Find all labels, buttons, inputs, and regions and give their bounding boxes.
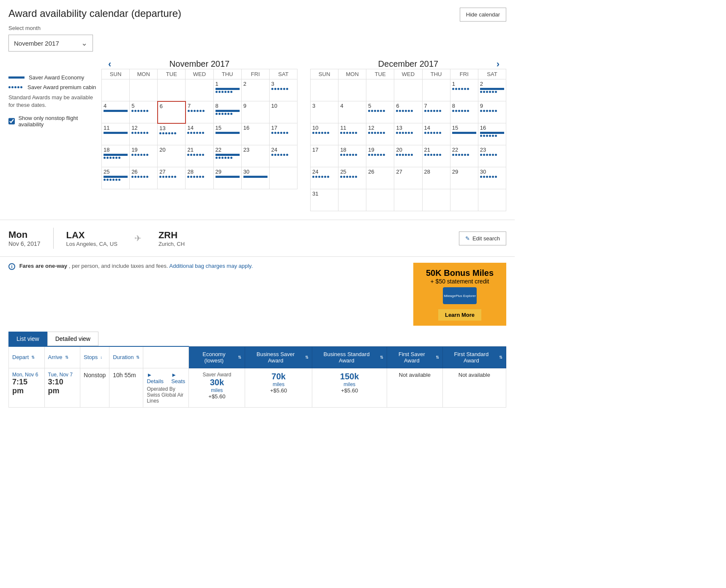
availability-dot	[159, 132, 161, 134]
calendar-cell[interactable]: 23	[241, 145, 269, 167]
availability-dot	[168, 132, 170, 134]
prev-month-button[interactable]: ‹	[101, 59, 118, 70]
calendar-cell[interactable]: 10	[269, 101, 297, 123]
col-depart-header[interactable]: Depart ⇅	[9, 346, 45, 368]
calendar-cell[interactable]: 3	[311, 101, 338, 123]
nonstop-checkbox-wrapper[interactable]: Show only nonstop flight availability	[8, 115, 101, 128]
calendar-cell[interactable]: 9	[241, 101, 269, 123]
edit-search-button[interactable]: ✎ Edit search	[459, 231, 506, 245]
calendar-cell[interactable]: 18	[338, 145, 366, 167]
calendar-cell[interactable]: 16	[478, 123, 506, 145]
calendar-cell[interactable]: 28	[422, 167, 450, 189]
page-header: Award availability calendar (departure) …	[0, 0, 515, 25]
calendar-cell[interactable]: 17	[269, 123, 297, 145]
calendar-cell[interactable]: 8	[450, 101, 478, 123]
availability-bar-dots	[480, 176, 504, 178]
calendar-cell[interactable]: 4	[102, 101, 130, 123]
calendar-cell[interactable]: 7	[422, 101, 450, 123]
calendar-cell[interactable]: 22	[213, 145, 241, 167]
flight-info-section: Mon Nov 6, 2017 LAX Los Angeles, CA, US …	[0, 220, 515, 257]
list-view-tab[interactable]: List view	[8, 332, 47, 346]
calendar-cell[interactable]: 21	[422, 145, 450, 167]
next-month-button[interactable]: ›	[490, 59, 506, 70]
calendar-cell[interactable]: 28	[186, 167, 213, 189]
availability-dot	[467, 110, 469, 112]
learn-more-button[interactable]: Learn More	[438, 309, 481, 321]
col-duration-header[interactable]: Duration ⇅	[109, 346, 143, 368]
col-arrive-header[interactable]: Arrive ⇅	[44, 346, 80, 368]
calendar-cell[interactable]: 23	[478, 145, 506, 167]
seats-link[interactable]: ► Seats	[171, 372, 185, 384]
calendar-cell[interactable]: 14	[186, 123, 213, 145]
calendar-cell[interactable]: 6	[394, 101, 422, 123]
economy-cell[interactable]: Saver Award 30k miles +$5.60	[189, 368, 245, 407]
calendar-cell[interactable]: 16	[241, 123, 269, 145]
availability-dot	[492, 91, 494, 93]
calendar-cell[interactable]: 26	[130, 167, 158, 189]
calendar-cell[interactable]: 29	[450, 167, 478, 189]
calendar-cell[interactable]: 7	[186, 101, 213, 123]
bag-charges-link[interactable]: Additional bag charges may apply.	[169, 263, 253, 269]
calendar-date-number: 25	[104, 169, 128, 175]
calendar-cell[interactable]: 30	[478, 167, 506, 189]
details-link[interactable]: ► Details	[147, 372, 164, 384]
business-standard-cell[interactable]: 150k miles +$5.60	[312, 368, 387, 407]
col-stops-header[interactable]: Stops ↓	[80, 346, 109, 368]
calendar-cell[interactable]: 5	[366, 101, 394, 123]
availability-dot	[174, 176, 176, 178]
calendar-cell[interactable]: 20	[394, 145, 422, 167]
calendar-cell[interactable]: 19	[130, 145, 158, 167]
calendar-cell[interactable]: 21	[186, 145, 213, 167]
first-standard-value: Not available	[446, 372, 502, 378]
calendar-cell[interactable]: 8	[213, 101, 241, 123]
calendar-cell[interactable]: 24	[269, 145, 297, 167]
calendar-cell[interactable]: 27	[158, 167, 186, 189]
calendar-cell[interactable]: 1	[213, 79, 241, 101]
calendar-cell[interactable]: 19	[366, 145, 394, 167]
business-saver-cell[interactable]: 70k miles +$5.60	[245, 368, 312, 407]
calendar-cell[interactable]: 29	[213, 167, 241, 189]
calendar-cell[interactable]: 9	[478, 101, 506, 123]
calendar-cell[interactable]: 2	[241, 79, 269, 101]
calendar-cell[interactable]: 20	[158, 145, 186, 167]
detailed-view-tab[interactable]: Detailed view	[47, 332, 98, 346]
calendar-cell[interactable]: 6	[158, 101, 186, 123]
calendar-cell[interactable]: 22	[450, 145, 478, 167]
calendar-cell[interactable]: 10	[311, 123, 338, 145]
calendar-cell[interactable]: 12	[130, 123, 158, 145]
day-header-mon: MON	[338, 69, 366, 79]
calendar-cell[interactable]: 15	[213, 123, 241, 145]
month-selector[interactable]: November 2017 ⌄	[8, 35, 93, 52]
calendar-cell[interactable]: 18	[102, 145, 130, 167]
availability-dot	[458, 154, 460, 156]
calendar-cell[interactable]: 25	[102, 167, 130, 189]
availability-dot	[399, 132, 401, 134]
calendar-cell[interactable]: 3	[269, 79, 297, 101]
availability-bar-dots	[271, 132, 295, 134]
calendar-cell[interactable]: 30	[241, 167, 269, 189]
calendar-cell[interactable]: 4	[338, 101, 366, 123]
availability-dot	[277, 154, 279, 156]
calendar-cell[interactable]: 25	[338, 167, 366, 189]
nonstop-checkbox-input[interactable]	[8, 118, 15, 125]
calendar-cell[interactable]: 11	[102, 123, 130, 145]
calendar-cell[interactable]: 13	[394, 123, 422, 145]
calendar-cell[interactable]: 1	[450, 79, 478, 101]
availability-dot	[405, 110, 407, 112]
calendar-cell[interactable]: 17	[311, 145, 338, 167]
calendar-cell[interactable]: 27	[394, 167, 422, 189]
calendar-cell[interactable]: 11	[338, 123, 366, 145]
availability-dot	[377, 110, 379, 112]
calendar-cell[interactable]: 24	[311, 167, 338, 189]
availability-dot	[277, 132, 279, 134]
calendar-cell[interactable]: 14	[422, 123, 450, 145]
calendar-cell[interactable]: 2	[478, 79, 506, 101]
calendar-cell[interactable]: 15	[450, 123, 478, 145]
calendar-cell[interactable]: 31	[311, 189, 338, 211]
hide-calendar-button[interactable]: Hide calendar	[460, 8, 506, 22]
calendar-cell[interactable]: 13	[158, 123, 186, 145]
calendar-cell[interactable]: 12	[366, 123, 394, 145]
calendar-cell[interactable]: 5	[130, 101, 158, 123]
calendar-cell[interactable]: 26	[366, 167, 394, 189]
calendar-date-number: 4	[104, 103, 128, 109]
